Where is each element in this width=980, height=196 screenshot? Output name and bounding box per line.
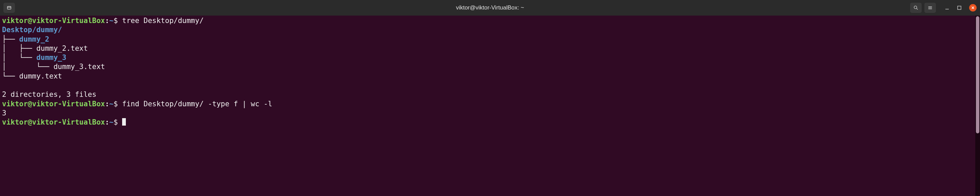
terminal-body[interactable]: viktor@viktor-VirtualBox:~$ tree Desktop… [0, 16, 980, 196]
tree-root: Desktop/dummy/ [2, 25, 978, 35]
prompt-at-2: @ [28, 100, 32, 108]
tree-root-text: Desktop/dummy/ [2, 26, 62, 34]
maximize-button[interactable] [957, 5, 962, 10]
maximize-icon [957, 6, 961, 10]
prompt-user-2: viktor [2, 100, 28, 108]
prompt-path: ~ [109, 17, 114, 25]
prompt-symbol: $ [114, 17, 118, 25]
command-2-text: find Desktop/dummy/ -type f | wc -l [122, 100, 272, 108]
prompt-host-3: viktor-VirtualBox [32, 118, 105, 126]
prompt-at: @ [28, 17, 32, 25]
svg-rect-8 [958, 6, 961, 9]
window-controls [945, 4, 977, 11]
tree-line-4: │ └── dummy_3.text [2, 62, 978, 71]
prompt-host-2: viktor-VirtualBox [32, 100, 105, 108]
hamburger-icon [928, 5, 933, 11]
prompt-path-3: ~ [109, 118, 114, 126]
command-1: tree Desktop/dummy/ [118, 17, 204, 25]
tree-branch-3: │ └── [2, 54, 36, 62]
blank-line-1 [2, 81, 978, 90]
command-1-text: tree Desktop/dummy/ [122, 17, 204, 25]
new-tab-button[interactable] [3, 3, 15, 13]
prompt-host: viktor-VirtualBox [32, 17, 105, 25]
prompt-line-1: viktor@viktor-VirtualBox:~$ tree Desktop… [2, 16, 978, 25]
close-button[interactable] [969, 4, 977, 11]
svg-point-2 [914, 6, 917, 9]
search-icon [913, 5, 919, 11]
scrollbar-thumb[interactable] [976, 16, 979, 133]
minimize-icon [945, 6, 949, 10]
tree-line-1: ├── dummy_2 [2, 35, 978, 44]
prompt-colon-2: : [105, 100, 109, 108]
tree-dir-2: dummy_3 [36, 54, 67, 62]
window-title: viktor@viktor-VirtualBox: ~ [456, 5, 524, 11]
titlebar: viktor@viktor-VirtualBox: ~ [0, 0, 980, 16]
prompt-colon-3: : [105, 118, 109, 126]
menu-button[interactable] [924, 3, 936, 13]
tree-line-2: │ ├── dummy_2.text [2, 44, 978, 53]
svg-line-3 [916, 8, 918, 9]
scrollbar[interactable] [975, 16, 980, 196]
tree-dir-1: dummy_2 [19, 35, 49, 43]
prompt-line-3: viktor@viktor-VirtualBox:~$ [2, 118, 978, 127]
tree-line-3: │ └── dummy_3 [2, 53, 978, 62]
tree-line-5: └── dummy.text [2, 72, 978, 81]
prompt-symbol-3: $ [114, 118, 118, 126]
prompt-user-3: viktor [2, 118, 28, 126]
prompt-at-3: @ [28, 118, 32, 126]
tree-summary: 2 directories, 3 files [2, 90, 978, 99]
titlebar-left [3, 3, 15, 13]
titlebar-right [910, 3, 977, 13]
prompt-colon: : [105, 17, 109, 25]
search-button[interactable] [910, 3, 922, 13]
prompt-user: viktor [2, 17, 28, 25]
prompt-line-2: viktor@viktor-VirtualBox:~$ find Desktop… [2, 100, 978, 109]
wc-output: 3 [2, 109, 978, 118]
tree-branch-1: ├── [2, 35, 19, 43]
close-icon [971, 6, 975, 9]
cursor-area [118, 118, 126, 126]
cursor [122, 118, 126, 126]
svg-rect-0 [8, 6, 11, 9]
prompt-path-2: ~ [109, 100, 114, 108]
prompt-symbol-2: $ [114, 100, 118, 108]
new-tab-icon [6, 5, 12, 11]
minimize-button[interactable] [945, 5, 950, 10]
command-2: find Desktop/dummy/ -type f | wc -l [118, 100, 272, 108]
